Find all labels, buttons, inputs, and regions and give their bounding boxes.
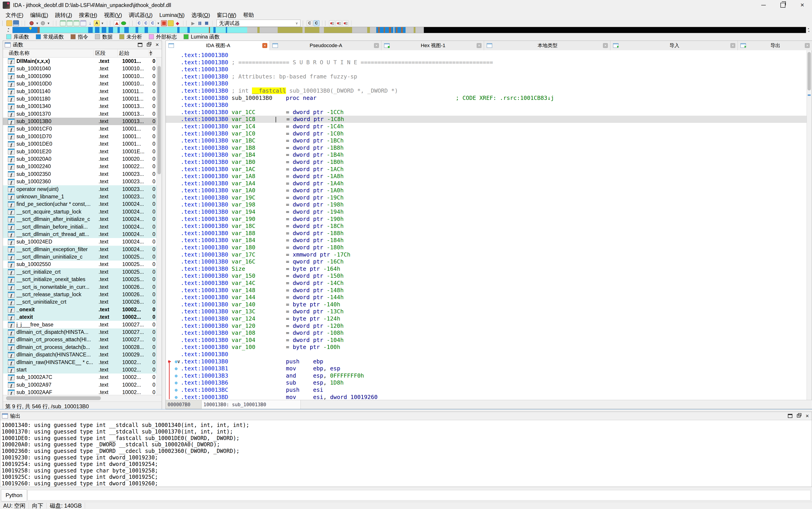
disassembly-line[interactable]: .text:100013B3 and esp, 0FFFFFFF0h <box>166 372 807 379</box>
table-row[interactable]: fdllmain_raw(HINSTANCE__ * c....text1000… <box>3 359 162 366</box>
collapse-icon[interactable]: ∨ <box>177 358 180 365</box>
disabled-breakpoint-icon[interactable] <box>343 20 349 26</box>
table-row[interactable]: fsub_10001CF0.text10001...0 <box>3 125 162 133</box>
disassembly-line[interactable]: .text:100013B6 sub esp, 1D8h <box>166 379 807 386</box>
function-list-vscrollbar[interactable] <box>157 58 162 395</box>
disassembly-line[interactable]: .text:100013B0 var_1B8 = dword ptr -1B8h <box>166 144 807 151</box>
jump-forward-dropdown-icon[interactable]: ▼ <box>47 20 50 26</box>
add-breakpoint-icon[interactable] <box>336 20 342 26</box>
table-row[interactable]: fdllmain_dispatch(HINSTANCE....text10002… <box>3 351 162 359</box>
disassembly-line[interactable]: .text:100013B0 var_13C = dword ptr -13Ch <box>166 308 807 315</box>
patch-program-icon[interactable] <box>161 20 167 26</box>
disassembly-line[interactable]: .text:100013B0 var_190 = dword ptr -190h <box>166 215 807 223</box>
navigation-band[interactable]: ◂▸ ▸◂ <box>0 27 812 33</box>
output-panel-titlebar[interactable]: 输出 ✕ <box>0 412 812 420</box>
menu-item-帮助[interactable]: 帮助 <box>240 11 257 20</box>
disassembly-line[interactable]: .text:100013B0 var_1C4 = dword ptr -1C4h <box>166 123 807 130</box>
disassembly-line[interactable]: .text:100013B0 var_18C = dword ptr -18Ch <box>166 223 807 230</box>
disassembly-line[interactable]: .text:100013B0 var_188 = dword ptr -188h <box>166 230 807 237</box>
produce-map-icon[interactable]: C <box>143 20 149 26</box>
table-row[interactable]: f__scrt_initialize_onexit_tables.text100… <box>3 276 162 283</box>
table-row[interactable]: fsub_100013B0.text100013...0 <box>3 118 162 125</box>
functions-maximize-button[interactable] <box>137 42 143 47</box>
disassembly-line[interactable]: .text:100013B0 var_16C = qword ptr -16Ch <box>166 258 807 265</box>
disassembly-line[interactable]: .text:100013B0 var_108 = dword ptr -108h <box>166 329 807 337</box>
start-process-icon[interactable]: ▶ <box>190 20 196 26</box>
table-row[interactable]: funknown_libname_1.text100023...0 <box>3 193 162 200</box>
table-row[interactable]: fsub_10001E20.text10001E...0 <box>3 148 162 155</box>
enums-window-icon[interactable] <box>67 20 73 26</box>
lumina-icon[interactable] <box>121 20 127 26</box>
diff-icon[interactable]: ◆ <box>174 20 181 26</box>
disassembly-line[interactable]: .text:100013BC push esi <box>166 386 807 394</box>
menu-item-Lumina[interactable]: Lumina(N) <box>156 11 188 20</box>
band-body[interactable] <box>12 27 806 33</box>
disassembly-line[interactable]: .text:100013B1 mov ebp, esp <box>166 365 807 372</box>
close-button[interactable]: ✕ <box>792 0 812 10</box>
menu-item-窗口[interactable]: 窗口(W) <box>214 11 240 20</box>
function-list-hscrollbar[interactable] <box>3 395 162 402</box>
disassembly-line[interactable]: .text:100013B0 var_1CC = dword ptr -1CCh <box>166 109 807 116</box>
tab-close-icon[interactable]: ✕ <box>730 43 735 48</box>
disassembly-line[interactable]: .text:100013B0 var_180 = dword ptr -180h <box>166 244 807 251</box>
disassembly-line[interactable]: .text:100013B0 <box>166 351 807 358</box>
table-row[interactable]: fstart.text10002...0 <box>3 366 162 374</box>
table-row[interactable]: f__scrt_dllmain_exception_filter.text100… <box>3 246 162 253</box>
disassembly-vscroll-thumb[interactable] <box>808 52 811 91</box>
column-header-start[interactable]: 起始 <box>117 49 149 57</box>
table-row[interactable]: f__scrt_dllmain_before_initiali....text1… <box>3 223 162 230</box>
tab-local-types[interactable]: 本地类型✕ <box>484 41 610 50</box>
functions-float-button[interactable] <box>146 42 151 47</box>
table-row[interactable]: f_onexit.text10002...0 <box>3 306 162 313</box>
table-row[interactable]: f__scrt_is_nonwritable_in_curr....text10… <box>3 283 162 291</box>
breakpoint-list-icon[interactable] <box>329 20 335 26</box>
tab-close-icon[interactable]: ✕ <box>374 43 379 48</box>
table-row[interactable]: foperator new(uint).text100023...0 <box>3 185 162 193</box>
disassembly-line[interactable]: .text:100013B0 var_19C = dword ptr -19Ch <box>166 194 807 201</box>
disassembly-line[interactable]: .text:100013B0 var_150 = dword ptr -150h <box>166 272 807 279</box>
disassembly-line[interactable]: .text:100013B0 var_120 = dword ptr -120h <box>166 323 807 330</box>
output-maximize-button[interactable] <box>787 413 793 418</box>
produce-dropdown-icon[interactable]: ▼ <box>157 20 160 26</box>
output-log[interactable]: 10001340: using guessed type int __stdca… <box>0 420 812 486</box>
disassembly-line[interactable]: .text:100013B0 var_1BC = dword ptr -1BCh <box>166 137 807 144</box>
strings-window-icon[interactable] <box>73 20 79 26</box>
functions-panel-titlebar[interactable]: 函数 ✕ <box>3 41 162 49</box>
vertical-splitter[interactable] <box>162 41 166 409</box>
table-row[interactable]: fsub_10001180.text100011...0 <box>3 95 162 103</box>
disassembly-line[interactable]: .text:100013B0 var_1C0 = dword ptr -1C0h <box>166 130 807 137</box>
disassembly-line[interactable]: .text:100013B0 var_104 = dword ptr -104h <box>166 337 807 344</box>
disassembly-line[interactable]: .text:100013B0 var_198 = dword ptr -198h <box>166 201 807 208</box>
disassembly-line[interactable]: .text:100013B0 var_140 = byte ptr -140h <box>166 301 807 308</box>
table-row[interactable]: f_atexit.text10002...0 <box>3 313 162 321</box>
disassembly-view[interactable]: .text:100013B0.text:100013B0 ; =========… <box>166 50 812 401</box>
disassembly-line[interactable]: .text:100013B0 <box>166 101 807 109</box>
highlight-icon[interactable]: A <box>94 20 100 26</box>
disassembly-line[interactable]: .text:100013B0 var_1A8 = dword ptr -1A8h <box>166 173 807 180</box>
jump-back-dropdown-icon[interactable]: ▼ <box>35 20 39 26</box>
disassembly-line[interactable]: .text:100013B0 var_1B4 = dword ptr -1B4h <box>166 151 807 159</box>
disassembly-line[interactable]: .text:100013B0 var_100 = byte ptr -100h <box>166 343 807 351</box>
disassembly-line[interactable]: .text:100013B0 var_184 = dword ptr -184h <box>166 237 807 244</box>
produce-file-icon[interactable]: C <box>150 20 156 26</box>
disassembly-line[interactable]: .text:100013B0 var_124 = byte ptr -124h <box>166 315 807 323</box>
table-row[interactable]: fsub_100010D0.text100010...0 <box>3 80 162 88</box>
disassembly-line[interactable]: ∨.text:100013B0 push ebp <box>166 358 807 365</box>
menu-item-编辑[interactable]: 编辑(E) <box>27 11 52 20</box>
disassembly-line[interactable]: .text:100013B0 var_1AC = dword ptr -1ACh <box>166 166 807 173</box>
band-left-arrows[interactable]: ◂▸ <box>6 27 11 33</box>
menu-item-跳转[interactable]: 跳转(J) <box>52 11 75 20</box>
disassembly-line[interactable]: .text:100013B0 <box>166 52 807 59</box>
column-header-segment[interactable]: 区段 <box>94 49 117 57</box>
table-row[interactable]: fsub_10002AAF.text10002...0 <box>3 388 162 395</box>
hscroll-thumb[interactable] <box>6 396 101 400</box>
table-row[interactable]: ffind_pe_section(uchar * const,....text1… <box>3 200 162 208</box>
stop-process-icon[interactable] <box>204 20 209 26</box>
table-row[interactable]: fsub_10001090.text100010...0 <box>3 73 162 80</box>
table-row[interactable]: f__scrt_dllmain_after_initialize_c.text1… <box>3 215 162 223</box>
tab-imports[interactable]: 导入✕ <box>610 41 738 50</box>
function-list-header[interactable]: 函数名称 区段 起始 长 <box>3 49 162 58</box>
tab-ida-view-a[interactable]: IDA 视图-A✕ <box>166 41 270 50</box>
column-header-name[interactable]: 函数名称 <box>3 49 94 57</box>
functions-close-button[interactable]: ✕ <box>155 42 160 47</box>
